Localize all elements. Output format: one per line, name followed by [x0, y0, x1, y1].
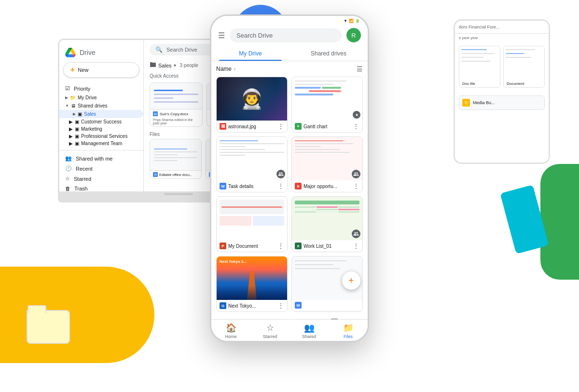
t-line-5 [506, 49, 535, 50]
sidebar-item-customer-success[interactable]: ▶ ▣ Customer Success [59, 118, 143, 125]
astronaut-more-btn[interactable]: ⋮ [277, 122, 284, 130]
task-info: W Task details ⋮ [217, 180, 287, 192]
task-line-2 [220, 143, 284, 144]
blank-line-1 [295, 260, 346, 261]
tab-my-drive[interactable]: My Drive [211, 46, 290, 61]
qa-card-1-info: W Sue's Copy.docx [150, 109, 202, 118]
major-filename: Major opportu... [303, 184, 337, 189]
fab-plus-icon: + [348, 275, 354, 286]
gantt-more-btn[interactable]: ⋮ [353, 122, 359, 130]
tab-my-drive-label: My Drive [239, 50, 262, 57]
file-card-worklist[interactable]: X Work List_01 ⋮ [291, 196, 363, 252]
t-line-2 [461, 53, 494, 54]
gantt-bar-1 [295, 87, 359, 89]
cs-arrow: ▶ [69, 119, 73, 124]
bg-yellow-shape [0, 267, 154, 363]
file-card-tokyo[interactable]: Next Tokyo 3... G Next Tokyo... ⋮ [216, 256, 288, 312]
nav-home[interactable]: 🏠 Home [211, 323, 250, 324]
sidebar-item-professional-services[interactable]: ▶ ▣ Professional Services [59, 133, 143, 140]
breadcrumb-dropdown[interactable]: ▾ [174, 63, 176, 68]
shared-drives-icon: 🖥 [71, 103, 76, 108]
sidebar-item-my-drive[interactable]: ▶ 📁 My Drive [59, 94, 143, 102]
sidebar-item-marketing[interactable]: ▶ ▣ Marketing [59, 125, 143, 133]
expand-icon: ▶ [65, 95, 68, 100]
sidebar-item-shared-drives[interactable]: ▼ 🖥 Shared drives [59, 102, 143, 110]
gantt-star-badge: ★ [353, 111, 360, 119]
tokyo-filename: Next Tokyo... [228, 303, 256, 309]
sidebar-item-recent[interactable]: 🕐 Recent [59, 163, 143, 174]
nav-starred[interactable]: ☆ Starred [250, 323, 290, 324]
gantt-preview-container: ★ [292, 77, 362, 121]
f-line-2 [154, 151, 197, 152]
new-button[interactable]: + New [63, 62, 139, 78]
worklist-info: X Work List_01 ⋮ [292, 240, 362, 252]
sheet-row-1 [295, 206, 359, 208]
mkt-arrow: ▶ [69, 126, 73, 132]
file-card-astronaut[interactable]: 👨‍🚀 🖼 astronaut.jpg ⋮ [216, 77, 288, 133]
ppt-slide [220, 200, 284, 214]
sidebar-item-management-team[interactable]: ▶ ▣ Management Team [59, 140, 143, 147]
file-card-blank: W + [291, 256, 363, 312]
blank-icon: W [295, 302, 302, 309]
file-card-gantt[interactable]: ★ + Gantt chart ⋮ [291, 77, 363, 133]
phone-search-placeholder: Search Drive [236, 32, 273, 39]
sidebar-item-starred[interactable]: ☆ Starred [59, 174, 143, 184]
file-card-1[interactable]: W Editable offline docu... [150, 139, 202, 179]
hamburger-icon[interactable]: ☰ [218, 31, 225, 40]
worklist-more-btn[interactable]: ⋮ [353, 242, 359, 250]
wifi-icon: 📶 [349, 19, 354, 23]
shared-drives-label: Shared drives [78, 103, 108, 108]
file-card-task[interactable]: W Task details ⋮ [216, 136, 288, 192]
sidebar-item-priority[interactable]: ☑ Priority [59, 83, 143, 94]
mydoc-more-btn[interactable]: ⋮ [277, 242, 284, 250]
file-card-major[interactable]: A Major opportu... ⋮ [291, 136, 363, 192]
sidebar-item-sales[interactable]: ▶ ▣ Sales [59, 110, 143, 118]
cell-6 [338, 209, 359, 210]
search-placeholder: Search Drive [166, 47, 197, 53]
task-line-4 [220, 149, 265, 150]
phone-file-grid: 👨‍🚀 🖼 astronaut.jpg ⋮ [216, 77, 363, 312]
phone-avatar[interactable]: R [346, 28, 361, 42]
cell-1 [295, 206, 316, 208]
qa-line-2 [154, 94, 198, 95]
cell-3 [338, 206, 359, 208]
task-line-1 [220, 140, 258, 141]
phone-search-bar[interactable]: Search Drive [230, 28, 342, 42]
tokyo-name-row: G Next Tokyo... [220, 302, 277, 309]
sidebar-item-shared-with-me[interactable]: 👥 Shared with me [59, 153, 143, 163]
file-card-mydoc[interactable]: P My Document ⋮ [216, 196, 288, 252]
list-view-icon[interactable]: ☰ [357, 65, 363, 73]
tab-shared-drives[interactable]: Shared drives [290, 46, 368, 61]
tablet-file-grid: Doc file Document [455, 42, 549, 92]
major-more-btn[interactable]: ⋮ [353, 182, 359, 190]
task-more-btn[interactable]: ⋮ [277, 182, 284, 190]
collapse-icon: ▼ [65, 104, 69, 108]
sidebar-item-trash[interactable]: 🗑 Trash [59, 184, 143, 193]
t-line-4 [461, 61, 491, 62]
major-line-5 [295, 152, 350, 153]
tablet-file-1[interactable]: Doc file [459, 46, 500, 88]
phone: ▼ 📶 🔋 ☰ Search Drive R My Drive [210, 14, 369, 342]
ppt-title-bar [221, 206, 282, 208]
sort-label[interactable]: Name ↑ [216, 66, 236, 72]
sales-icon: ▣ [78, 111, 82, 117]
qa-line-3 [154, 97, 173, 99]
t-line-7 [506, 57, 531, 58]
nav-files[interactable]: 📁 Files [329, 323, 368, 324]
mydoc-shared-badge [276, 230, 285, 238]
gantt-info: + Gantt chart ⋮ [292, 121, 362, 132]
fab-button[interactable]: + [342, 271, 360, 290]
major-name-row: A Major opportu... [295, 183, 353, 189]
starred-nav-icon: ☆ [266, 323, 274, 324]
mt-icon: ▣ [75, 141, 79, 146]
tablet-file-2[interactable]: Document [503, 46, 545, 88]
major-shared-badge [352, 170, 360, 178]
tablet-media-card[interactable]: S Media Bu... [459, 95, 545, 110]
tokyo-preview-container: Next Tokyo 3... [217, 257, 287, 300]
tablet-header: dors Financial Fore... [455, 21, 549, 34]
trash-icon: 🗑 [65, 186, 70, 191]
swm-icon: 👥 [65, 155, 72, 162]
nav-shared[interactable]: 👥 Shared [290, 323, 329, 324]
qa-card-1[interactable]: W Sue's Copy.docx Priya Sharma edited in… [150, 82, 203, 127]
tokyo-more-btn[interactable]: ⋮ [277, 302, 284, 310]
